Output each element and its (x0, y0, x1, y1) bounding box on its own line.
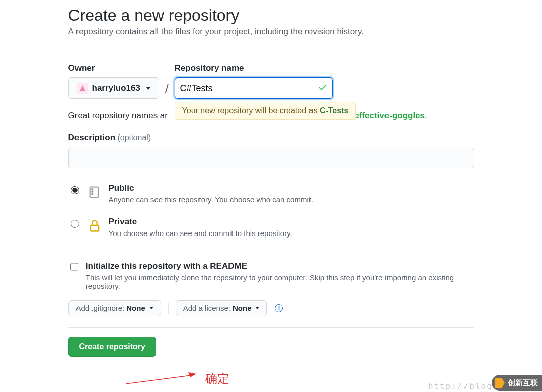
svg-line-5 (126, 375, 191, 384)
lock-icon (88, 218, 102, 236)
repo-icon (88, 184, 102, 202)
svg-point-3 (92, 193, 93, 194)
public-radio[interactable] (71, 186, 79, 194)
suggestion-link[interactable]: effective-goggles (354, 111, 425, 120)
readme-description: This will let you immediately clone the … (86, 273, 474, 290)
owner-label: Owner (68, 63, 159, 73)
gitignore-dropdown[interactable]: Add .gitignore: None (68, 300, 161, 316)
caret-down-icon (255, 307, 259, 309)
caret-down-icon (146, 87, 150, 90)
svg-marker-6 (188, 372, 196, 377)
divider (68, 48, 474, 48)
svg-rect-4 (90, 225, 98, 231)
divider (68, 251, 474, 251)
brand-icon (495, 378, 505, 388)
create-repository-button[interactable]: Create repository (68, 337, 157, 357)
slash-separator: / (165, 82, 169, 99)
annotation-text: 确定 (205, 371, 229, 387)
readme-checkbox[interactable] (70, 263, 78, 271)
check-icon (318, 82, 328, 94)
readme-title: Initialize this repository with a README (86, 261, 474, 271)
description-input[interactable] (68, 148, 474, 168)
owner-username: harryluo163 (92, 83, 140, 93)
svg-rect-0 (90, 187, 98, 198)
brand-badge: 创新互联 (492, 375, 542, 391)
page-title: Create a new repository (68, 6, 474, 25)
private-description: You choose who can see and commit to thi… (109, 229, 474, 238)
separator (168, 303, 169, 314)
page-subtitle: A repository contains all the files for … (68, 27, 474, 37)
svg-point-2 (92, 191, 93, 192)
owner-dropdown[interactable]: harryluo163 (68, 77, 159, 99)
repo-name-tooltip: Your new repository will be created as C… (175, 102, 356, 120)
optional-label: (optional) (117, 133, 151, 142)
avatar (77, 83, 88, 94)
annotation-arrow: 确定 (126, 371, 229, 387)
repo-name-label: Repository name (175, 63, 333, 73)
private-title: Private (109, 217, 474, 227)
svg-point-1 (92, 189, 93, 190)
repo-name-input[interactable] (175, 77, 333, 99)
license-dropdown[interactable]: Add a license: None (176, 300, 267, 316)
divider (68, 327, 474, 328)
info-icon[interactable]: i (275, 304, 283, 312)
caret-down-icon (149, 307, 153, 309)
private-radio[interactable] (71, 220, 79, 228)
description-label: Description (68, 133, 116, 142)
public-title: Public (109, 183, 474, 193)
public-description: Anyone can see this repository. You choo… (109, 195, 474, 204)
